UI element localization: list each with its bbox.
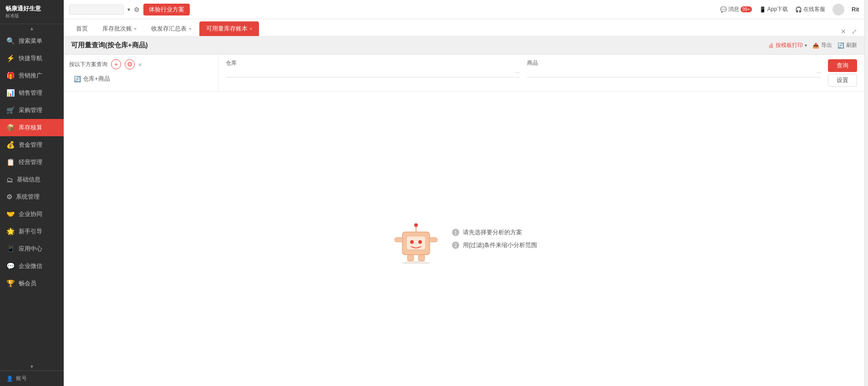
content-area: 可用量查询(按仓库+商品) 🖨 按模板打印 ▾ 📤 导出 🔄 刷新 xyxy=(64,36,864,386)
topbar-gear-icon[interactable]: ⚙ xyxy=(134,6,140,13)
warehouse-label: 仓库 xyxy=(226,59,520,67)
sidebar-item-wechat[interactable]: 💬企业微信 xyxy=(0,257,64,275)
print-icon: 🖨 xyxy=(768,42,774,49)
service-icon: 🎧 xyxy=(795,6,802,13)
topbar: ▾ ⚙ 体验行业方案 💬 消息 99+ 📱 App下载 🎧 在线客服 Rit xyxy=(64,0,864,19)
filter-label: 按以下方案查询 xyxy=(69,61,107,68)
step2-num: 2 xyxy=(452,242,459,249)
empty-step1: 1 请先选择要分析的方案 xyxy=(452,228,537,237)
goods-input[interactable] xyxy=(527,69,817,76)
tab-collect[interactable]: 收发存汇总表 × xyxy=(144,21,198,36)
main-area: ▾ ⚙ 体验行业方案 💬 消息 99+ 📱 App下载 🎧 在线客服 Rit 首… xyxy=(64,0,864,386)
scheme-label: 仓库+商品 xyxy=(83,75,110,83)
step1-num: 1 xyxy=(452,229,459,236)
tab-available[interactable]: 可用量库存账本 × xyxy=(199,21,259,36)
refresh-icon: 🔄 xyxy=(838,42,844,49)
filter-scheme-list: 🔄 仓库+商品 xyxy=(69,73,213,85)
sidebar-item-finance[interactable]: 💰资金管理 xyxy=(0,136,64,154)
goods-input-row: ··· xyxy=(527,69,821,77)
tabbar-close-all-btn[interactable]: ✕ xyxy=(839,27,848,36)
svg-point-5 xyxy=(414,223,418,227)
sidebar-item-system[interactable]: ⚙系统管理 xyxy=(0,188,64,206)
sidebar-label-inventory: 库存核算 xyxy=(19,124,42,132)
empty-illustration xyxy=(391,214,441,264)
step2-text: 用[过滤]条件来缩小分析范围 xyxy=(463,241,537,249)
goods-more-btn[interactable]: ··· xyxy=(817,70,821,75)
warehouse-more-btn[interactable]: ··· xyxy=(515,70,519,75)
tab-home[interactable]: 首页 xyxy=(69,21,95,36)
sidebar-item-member[interactable]: 🏆畅会员 xyxy=(0,275,64,292)
sidebar-label-member: 畅会员 xyxy=(19,279,36,288)
sidebar-icon-purchase: 🛒 xyxy=(6,106,15,114)
sidebar-icon-basic: 🗂 xyxy=(6,176,13,184)
query-btn[interactable]: 查询 xyxy=(828,59,857,72)
export-label: 导出 xyxy=(821,41,832,49)
goods-field-group: 商品 ··· xyxy=(527,59,821,77)
export-icon: 📤 xyxy=(812,42,819,49)
page-title: 可用量查询(按仓库+商品) xyxy=(71,41,148,50)
empty-state: 1 请先选择要分析的方案 2 用[过滤]条件来缩小分析范围 xyxy=(64,92,864,386)
print-template-btn[interactable]: 🖨 按模板打印 ▾ xyxy=(768,41,807,49)
topbar-dropdown-btn[interactable]: ▾ xyxy=(127,6,130,13)
sidebar-item-sales[interactable]: 📊销售管理 xyxy=(0,84,64,102)
topbar-app-download[interactable]: 📱 App下载 xyxy=(759,5,788,13)
sidebar-item-shortcut[interactable]: ⚡快捷导航 xyxy=(0,50,64,67)
svg-rect-6 xyxy=(395,237,403,242)
sidebar-scroll-down[interactable]: ▼ xyxy=(0,362,64,371)
warehouse-input-row: ··· xyxy=(226,69,520,77)
logo-subtitle: 标准版 xyxy=(5,13,58,19)
sidebar-item-marketing[interactable]: 🎁营销推广 xyxy=(0,67,64,84)
sidebar-item-inventory[interactable]: 📦库存核算 xyxy=(0,119,64,136)
sidebar-item-operation[interactable]: 📋经营管理 xyxy=(0,154,64,171)
sidebar-icon-finance: 💰 xyxy=(6,141,15,149)
query-buttons: 查询 设置 xyxy=(828,59,857,87)
user-avatar[interactable] xyxy=(832,4,844,15)
page-actions: 🖨 按模板打印 ▾ 📤 导出 🔄 刷新 xyxy=(768,41,857,49)
sidebar-menu: 🔍搜索菜单⚡快捷导航🎁营销推广📊销售管理🛒采购管理📦库存核算💰资金管理📋经营管理… xyxy=(0,32,64,362)
warehouse-input[interactable] xyxy=(226,69,515,76)
sidebar-item-purchase[interactable]: 🛒采购管理 xyxy=(0,102,64,119)
topbar-msg[interactable]: 💬 消息 99+ xyxy=(720,5,752,13)
refresh-btn[interactable]: 🔄 刷新 xyxy=(838,41,857,49)
sidebar-icon-appcenter: 📱 xyxy=(6,245,15,253)
msg-icon: 💬 xyxy=(720,6,727,13)
sidebar-label-finance: 资金管理 xyxy=(19,141,42,149)
sidebar-label-basic: 基础信息 xyxy=(17,175,41,184)
settings-btn[interactable]: 设置 xyxy=(828,74,857,87)
sidebar-label-guide: 新手引导 xyxy=(19,227,42,236)
topbar-online-service[interactable]: 🎧 在线客服 xyxy=(795,5,825,13)
filter-settings-btn[interactable]: ⚙ xyxy=(125,59,135,69)
tab-batch[interactable]: 库存批次账 × xyxy=(96,21,143,36)
sidebar-item-appcenter[interactable]: 📱应用中心 xyxy=(0,240,64,257)
tab-available-label: 可用量库存账本 xyxy=(206,25,248,33)
sidebar-item-basic[interactable]: 🗂基础信息 xyxy=(0,171,64,188)
svg-rect-7 xyxy=(429,237,437,242)
topbar-search-input[interactable] xyxy=(69,5,124,15)
print-label: 按模板打印 xyxy=(776,41,803,49)
sidebar-scroll-up[interactable]: ▲ xyxy=(0,24,64,32)
tab-collect-close[interactable]: × xyxy=(188,26,191,31)
sidebar-icon-shortcut: ⚡ xyxy=(6,54,15,62)
sidebar-item-enterprise[interactable]: 🤝企业协同 xyxy=(0,206,64,223)
filter-scheme-item-warehouse-goods[interactable]: 🔄 仓库+商品 xyxy=(69,73,115,85)
app-icon: 📱 xyxy=(759,6,766,13)
tab-batch-close[interactable]: × xyxy=(134,26,137,31)
tab-available-close[interactable]: × xyxy=(249,26,252,31)
trial-btn[interactable]: 体验行业方案 xyxy=(143,4,190,15)
sidebar-item-search[interactable]: 🔍搜索菜单 xyxy=(0,32,64,50)
sidebar-label-appcenter: 应用中心 xyxy=(19,245,42,253)
svg-rect-1 xyxy=(407,237,425,249)
tabbar-expand-btn[interactable]: ⤢ xyxy=(850,27,859,36)
export-btn[interactable]: 📤 导出 xyxy=(812,41,832,49)
svg-point-3 xyxy=(418,240,422,244)
sidebar-icon-enterprise: 🤝 xyxy=(6,210,15,218)
filter-add-btn[interactable]: + xyxy=(111,59,121,69)
sidebar-item-guide[interactable]: 🌟新手引导 xyxy=(0,223,64,240)
sidebar-label-sales: 销售管理 xyxy=(19,89,42,97)
sidebar-icon-guide: 🌟 xyxy=(6,227,15,236)
empty-step2: 2 用[过滤]条件来缩小分析范围 xyxy=(452,241,537,249)
sidebar-label-search: 搜索菜单 xyxy=(19,37,42,45)
right-scrollbar[interactable] xyxy=(864,0,868,386)
filter-collapse-btn[interactable]: « xyxy=(138,61,142,68)
msg-label: 消息 xyxy=(728,5,739,13)
